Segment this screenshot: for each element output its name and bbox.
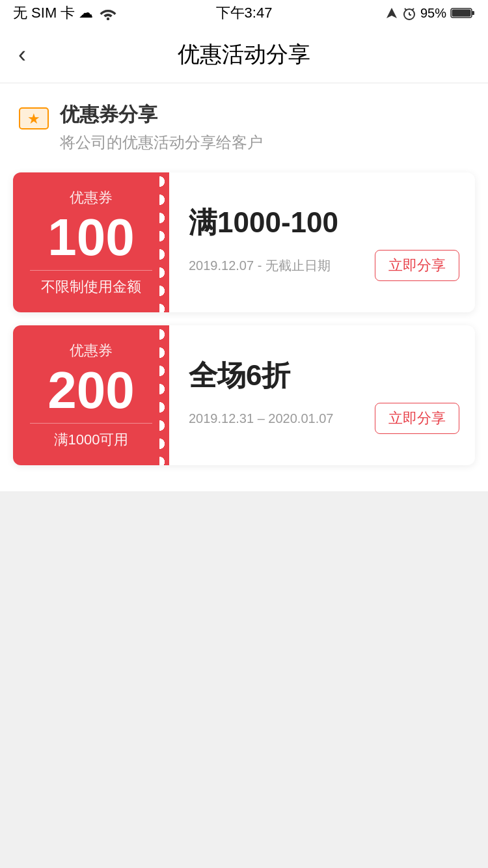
back-button[interactable]: ‹ [18,41,26,68]
coupon-meta-1: 2019.12.07 - 无截止日期 立即分享 [189,250,459,281]
nav-title: 优惠活动分享 [178,40,310,70]
wifi-icon [98,6,118,20]
svg-line-6 [412,8,414,10]
coupon-card-2: 优惠券 200 满1000可用 全场6折 2019.12.31 – 2020.0… [13,325,475,465]
battery-icon [450,7,475,20]
empty-area [0,491,488,817]
coupon-condition-2: 满1000可用 [54,430,129,450]
coupon-left-2: 优惠券 200 满1000可用 [13,325,169,465]
coupon-share-btn-1[interactable]: 立即分享 [375,250,459,281]
coupon-date-1: 2019.12.07 - 无截止日期 [189,257,331,275]
sim-text: 无 SIM 卡 ☁ [13,3,93,23]
alarm-icon [402,6,416,20]
coupon-left-1: 优惠券 100 不限制使用金额 [13,172,169,312]
coupon-label-1: 优惠券 [70,188,113,208]
coupon-amount-2: 200 [47,364,134,416]
svg-line-5 [405,8,407,10]
coupon-share-btn-2[interactable]: 立即分享 [375,403,459,434]
coupon-section-icon: ★ [18,103,49,134]
section-header: ★ 优惠券分享 将公司的优惠活动分享给客户 [0,83,488,166]
svg-rect-8 [472,11,474,15]
section-heading: 优惠券分享 [60,102,263,128]
coupon-amount-1: 100 [47,211,134,264]
section-text: 优惠券分享 将公司的优惠活动分享给客户 [60,102,263,153]
coupon-label-2: 优惠券 [70,341,113,360]
status-right: 95% [385,6,475,21]
section-subtext: 将公司的优惠活动分享给客户 [60,132,263,153]
coupon-meta-2: 2019.12.31 – 2020.01.07 立即分享 [189,403,459,434]
coupon-divider-1 [30,270,152,271]
svg-text:★: ★ [27,111,40,127]
nav-bar: ‹ 优惠活动分享 [0,26,488,83]
status-bar: 无 SIM 卡 ☁ 下午3:47 95% [0,0,488,26]
svg-point-0 [107,18,109,20]
svg-marker-1 [386,8,397,18]
status-time: 下午3:47 [216,3,273,23]
coupon-title-2: 全场6折 [189,357,459,395]
coupon-condition-1: 不限制使用金额 [41,277,141,297]
coupon-list: 优惠券 100 不限制使用金额 满1000-100 2019.12.07 - 无… [0,166,488,491]
location-icon [385,7,398,20]
coupon-date-2: 2019.12.31 – 2020.01.07 [189,411,333,426]
svg-rect-9 [452,10,471,17]
coupon-right-2: 全场6折 2019.12.31 – 2020.01.07 立即分享 [169,325,475,465]
battery-percent: 95% [420,6,446,21]
coupon-divider-2 [30,423,152,424]
status-left: 无 SIM 卡 ☁ [13,3,118,23]
coupon-card-1: 优惠券 100 不限制使用金额 满1000-100 2019.12.07 - 无… [13,172,475,312]
coupon-title-1: 满1000-100 [189,204,459,242]
coupon-right-1: 满1000-100 2019.12.07 - 无截止日期 立即分享 [169,172,475,312]
